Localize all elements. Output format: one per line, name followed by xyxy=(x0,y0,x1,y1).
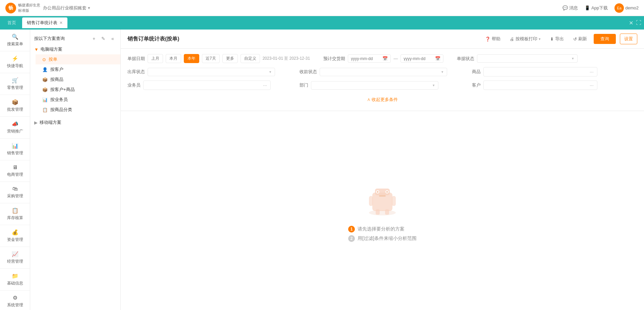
sidebar-item-retail-mgmt[interactable]: 🛒 零售管理 xyxy=(0,73,30,95)
marketing-icon: 📣 xyxy=(12,121,18,127)
user-profile[interactable]: Ea demo2 xyxy=(614,3,639,13)
svg-point-6 xyxy=(386,191,388,193)
ecom-mgmt-icon: 🖥 xyxy=(12,164,18,170)
tree-node-by-customer-product[interactable]: 📦 按客户+商品 xyxy=(36,85,120,95)
tree-node-by-category[interactable]: 📋 按商品分类 xyxy=(36,105,120,115)
breadcrumb-arrow-icon[interactable]: ▾ xyxy=(88,5,90,10)
tree-section-mobile[interactable]: ▶ 移动端方案 xyxy=(30,117,120,127)
sidebar-item-wholesale-mgmt-label: 批发管理 xyxy=(7,107,23,112)
filter-order-status-label: 单据状态 xyxy=(457,56,474,62)
message-icon: 💬 xyxy=(562,5,568,10)
filter-department-item: 部门 ▾ xyxy=(300,81,465,90)
sidebar-item-search-menu[interactable]: 🔍 搜索菜单 xyxy=(0,30,30,51)
date-btn-last-month[interactable]: 上月 xyxy=(148,54,163,63)
tab-bar-expand-btn[interactable]: ⛶ xyxy=(636,20,641,26)
tree-section-desktop[interactable]: ▼ 电脑端方案 xyxy=(30,44,120,54)
calendar-to-icon[interactable]: 📅 xyxy=(435,56,440,61)
payment-status-dropdown[interactable]: ▾ xyxy=(320,68,447,76)
right-content: 销售订单统计表(按单) ❓ 帮助 🖨 按模板打印 ▾ ⬇ 导出 xyxy=(121,30,644,310)
tab-bar-close-btn[interactable]: ✕ xyxy=(629,20,633,26)
template-print-btn[interactable]: 🖨 按模板打印 ▾ xyxy=(507,35,543,43)
shipment-status-dropdown[interactable]: ▾ xyxy=(148,68,275,76)
filter-expected-date-item: 预计交货期 📅 — 📅 xyxy=(323,54,443,63)
payment-status-arrow-icon: ▾ xyxy=(441,70,443,74)
retail-mgmt-icon: 🛒 xyxy=(12,77,18,84)
user-name: demo2 xyxy=(625,5,639,10)
customer-dropdown[interactable]: ··· xyxy=(483,81,597,90)
refresh-btn[interactable]: ↺ 刷新 xyxy=(571,35,590,43)
sidebar-item-basic-info[interactable]: 📁 基础信息 xyxy=(0,269,30,291)
tree-panel: 按以下方案查询 + ✎ « ▼ 电脑端方案 ⊙ 按单 👤 按客户 xyxy=(30,30,121,310)
tab-sales-order-stats[interactable]: 销售订单统计表 ✕ xyxy=(22,17,67,28)
tree-node-by-salesperson[interactable]: 📊 按业务员 xyxy=(36,95,120,105)
purchase-mgmt-icon: 🛍 xyxy=(12,186,18,192)
date-filter: 上月 本月 本年 近7天 更多 自定义 xyxy=(148,54,260,63)
tab-home[interactable]: 首页 xyxy=(3,17,21,28)
sidebar-item-system[interactable]: ⚙ 系统管理 xyxy=(0,291,30,310)
filter-product-label: 商品 xyxy=(472,69,481,75)
hint-2-num: 2 xyxy=(348,235,355,242)
sidebar-item-inventory[interactable]: 📋 库存核算 xyxy=(0,203,30,225)
date-btn-7days[interactable]: 近7天 xyxy=(202,54,220,63)
filter-payment-status-item: 收款状态 ▾ xyxy=(300,68,465,76)
filter-shipment-status-label: 出库状态 xyxy=(127,69,145,75)
tree-section-mobile-label: 移动端方案 xyxy=(40,119,61,125)
settings-button[interactable]: 设置 xyxy=(620,34,637,44)
tree-node-by-product[interactable]: 📦 按商品 xyxy=(36,74,120,85)
date-btn-custom[interactable]: 自定义 xyxy=(240,54,260,63)
customer-more-icon[interactable]: ··· xyxy=(590,83,594,88)
filter-date-label: 单据日期 xyxy=(127,56,145,62)
product-more-icon[interactable]: ··· xyxy=(590,69,594,74)
export-btn[interactable]: ⬇ 导出 xyxy=(547,35,567,43)
sidebar-item-inventory-label: 库存核算 xyxy=(7,215,23,221)
filter-salesperson-item: 业务员 ··· xyxy=(127,81,293,90)
department-dropdown[interactable]: ▾ xyxy=(311,81,438,90)
order-status-dropdown[interactable]: ▾ xyxy=(477,54,578,63)
department-arrow-icon: ▾ xyxy=(433,83,435,88)
tree-node-by-order[interactable]: ⊙ 按单 xyxy=(36,54,120,64)
sidebar-item-quick-nav-label: 快捷导航 xyxy=(7,63,23,69)
tree-collapse-btn[interactable]: « xyxy=(109,35,116,42)
sidebar-item-finance[interactable]: 💰 资金管理 xyxy=(0,225,30,247)
by-product-icon: 📦 xyxy=(42,77,48,82)
sidebar-item-purchase-mgmt[interactable]: 🛍 采购管理 xyxy=(0,182,30,203)
filter-shipment-status-item: 出库状态 ▾ xyxy=(127,68,293,76)
header-right: 💬 消息 📱 App下载 Ea demo2 xyxy=(562,3,639,13)
tab-close-icon[interactable]: ✕ xyxy=(59,20,63,25)
sidebar-item-marketing[interactable]: 📣 营销推广 xyxy=(0,117,30,139)
salesperson-dropdown[interactable]: ··· xyxy=(143,81,271,90)
app-download-action[interactable]: 📱 App下载 xyxy=(585,5,608,11)
tree-node-by-customer[interactable]: 👤 按客户 xyxy=(36,64,120,74)
sidebar-item-quick-nav[interactable]: ⚡ 快捷导航 xyxy=(0,51,30,73)
tree-desktop-children: ⊙ 按单 👤 按客户 📦 按商品 📦 按客户+商品 📊 按业务员 xyxy=(30,54,120,115)
tree-edit-btn[interactable]: ✎ xyxy=(100,35,107,42)
query-button[interactable]: 查询 xyxy=(594,34,616,44)
tree-add-btn[interactable]: + xyxy=(90,35,98,42)
date-btn-this-year[interactable]: 本年 xyxy=(184,54,199,63)
expected-date-from-input[interactable] xyxy=(351,56,381,61)
sidebar-item-finance-label: 资金管理 xyxy=(7,237,23,243)
shipment-status-arrow-icon: ▾ xyxy=(269,70,271,74)
salesperson-more-icon[interactable]: ··· xyxy=(263,83,267,88)
calendar-from-icon[interactable]: 📅 xyxy=(382,56,388,61)
date-btn-this-month[interactable]: 本月 xyxy=(166,54,181,63)
sidebar-item-purchase-mgmt-label: 采购管理 xyxy=(7,193,23,199)
sidebar-item-operations[interactable]: 📈 经营管理 xyxy=(0,247,30,269)
sidebar-item-ecom-mgmt[interactable]: 🖥 电商管理 xyxy=(0,160,30,182)
sidebar-item-wholesale-mgmt[interactable]: 📦 批发管理 xyxy=(0,95,30,117)
collapse-more-conditions-btn[interactable]: ∧ 收起更多条件 xyxy=(127,94,637,105)
message-action[interactable]: 💬 消息 xyxy=(562,5,578,11)
sidebar-item-sales-mgmt[interactable]: 📊 销售管理 xyxy=(0,139,30,160)
svg-rect-9 xyxy=(392,196,396,206)
breadcrumb-text: 办公用品行业模拟账套 xyxy=(43,5,87,11)
date-btn-more[interactable]: 更多 xyxy=(222,54,238,63)
tree-section-mobile-arrow-icon: ▶ xyxy=(34,120,38,125)
tree-node-by-product-label: 按商品 xyxy=(50,76,63,83)
expected-date-to-input[interactable] xyxy=(404,56,434,61)
help-btn[interactable]: ❓ 帮助 xyxy=(482,35,503,43)
by-customer-icon: 👤 xyxy=(42,67,48,72)
app-download-label: App下载 xyxy=(591,5,608,11)
logo-text: 畅捷通好生意 标准版 xyxy=(18,3,40,13)
sidebar-item-system-label: 系统管理 xyxy=(7,302,23,308)
product-dropdown[interactable]: ··· xyxy=(483,67,597,76)
